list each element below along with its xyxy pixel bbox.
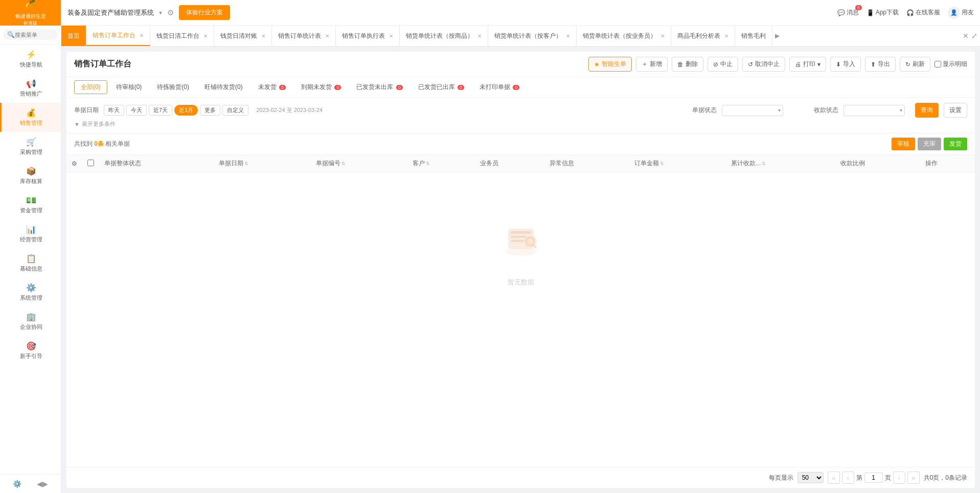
export-button[interactable]: ⬆ 导出 (865, 57, 896, 72)
payment-select[interactable] (844, 105, 905, 116)
purchase-icon: 🛒 (26, 137, 36, 147)
th-exception: 异常信息 (544, 155, 629, 172)
tab-stats-customer[interactable]: 销货单统计表（按客户） ✕ (488, 26, 577, 46)
next-page-btn[interactable]: › (893, 472, 905, 484)
search-inner[interactable]: 🔍 (3, 30, 58, 40)
filter-tab-all[interactable]: 全部(0) (74, 80, 107, 94)
sidebar-item-guide[interactable]: 🎯 新手引导 (0, 336, 61, 365)
tab-cash-daily-close[interactable]: ✕ (203, 33, 208, 39)
date-btn-custom[interactable]: 自定义 (222, 105, 248, 116)
system-title: 装备及固定资产辅助管理系统 (67, 8, 154, 17)
smart-generate-button[interactable]: ★ 智能生单 (588, 57, 632, 72)
print-button[interactable]: 🖨 打印 ▾ (789, 57, 826, 72)
filter-tab-wangpu[interactable]: 旺铺待发货(0) (198, 80, 249, 94)
sidebar-item-base-info[interactable]: 📋 基础信息 (0, 249, 61, 278)
tabs-scroll-right[interactable]: ▶ (772, 32, 782, 39)
first-page-btn[interactable]: « (828, 472, 840, 484)
sidebar-item-sales[interactable]: 💰 销售管理 (0, 103, 61, 132)
sidebar-item-system[interactable]: ⚙️ 系统管理 (0, 278, 61, 307)
page-size-select[interactable]: 50 20 100 (797, 472, 824, 483)
cancel-stop-button[interactable]: ↺ 取消中止 (742, 57, 785, 72)
sort-date[interactable]: 单据日期 ⇅ (219, 159, 248, 168)
query-button[interactable]: 查询 (915, 103, 939, 118)
sidebar-item-inventory[interactable]: 📦 库存核算 (0, 161, 61, 190)
tab-margin-close[interactable]: ✕ (724, 33, 728, 39)
filter-tab-shipped-out[interactable]: 已发货已出库 0 (412, 80, 471, 94)
filter-tab-not-shipped[interactable]: 未发货 0 (252, 80, 292, 94)
cta-button[interactable]: 体验行业方案 (179, 5, 230, 20)
show-detail-checkbox-wrap[interactable]: 显示明细 (935, 60, 967, 69)
expand-conditions-btn[interactable]: ▼ 展开更多条件 (74, 120, 967, 128)
prev-page-btn[interactable]: ‹ (842, 472, 854, 484)
page-input[interactable] (864, 473, 883, 483)
refresh-button[interactable]: ↻ 刷新 (900, 57, 930, 72)
tab-stats-staff-close[interactable]: ✕ (660, 33, 665, 39)
user-menu[interactable]: 👤 用友 (948, 7, 974, 19)
sort-number[interactable]: 单据编号 ⇅ (316, 159, 346, 168)
settings-filter-button[interactable]: 设置 (944, 103, 967, 118)
filter-tab-pending-inspection-label: 待拣验货(0) (157, 83, 189, 91)
settings-bottom-icon[interactable]: ⚙️ (13, 480, 21, 488)
tab-sales-order-workbench-close[interactable]: ✕ (140, 33, 144, 38)
th-exception-label: 异常信息 (550, 160, 574, 167)
column-settings-icon[interactable]: ⚙ (72, 160, 77, 167)
ship-button[interactable]: 发货 (944, 138, 967, 150)
filter-tab-pending-review[interactable]: 待审核(0) (109, 80, 149, 94)
date-btn-7days[interactable]: 近7天 (149, 105, 172, 116)
tab-order-stats[interactable]: 销售订单统计表 ✕ (272, 26, 336, 46)
topbar-settings-icon[interactable]: ⚙ (167, 8, 174, 17)
sidebar-item-quick-nav[interactable]: ⚡ 快捷导航 (0, 44, 61, 74)
tab-reconcile-close[interactable]: ✕ (261, 33, 265, 39)
add-button[interactable]: ＋ 新增 (636, 57, 668, 72)
audit-button[interactable]: 审核 (892, 138, 915, 150)
sidebar-item-marketing[interactable]: 📢 营销推广 (0, 74, 61, 103)
system-dropdown-icon[interactable]: ▾ (159, 9, 162, 16)
search-input[interactable] (15, 32, 54, 38)
date-btn-1month[interactable]: 近1月 (174, 105, 198, 116)
tab-order-stats-close[interactable]: ✕ (325, 33, 329, 39)
filter-tab-not-printed[interactable]: 未打印单据 0 (473, 80, 526, 94)
stop-button[interactable]: ⊘ 中止 (708, 57, 738, 72)
sidebar-item-operations[interactable]: 📊 经营管理 (0, 219, 61, 249)
tab-cash-daily[interactable]: 钱货日清工作台 ✕ (150, 26, 214, 46)
sort-amount[interactable]: 订单金额 ⇅ (634, 159, 664, 168)
import-button[interactable]: ⬇ 导入 (830, 57, 861, 72)
filter-tab-pending-inspection[interactable]: 待拣验货(0) (150, 80, 196, 94)
date-btn-today[interactable]: 今天 (126, 105, 147, 116)
filter-tab-overdue[interactable]: 到期未发货 0 (294, 80, 348, 94)
sidebar-item-purchase[interactable]: 🛒 采购管理 (0, 132, 61, 161)
last-page-btn[interactable]: » (907, 472, 920, 484)
tab-stats-customer-close[interactable]: ✕ (566, 33, 570, 39)
tab-stats-staff[interactable]: 销货单统计表（按业务员） ✕ (577, 26, 671, 46)
sidebar-item-finance[interactable]: 💵 资金管理 (0, 190, 61, 219)
online-service-link[interactable]: 🎧 在线客服 (906, 8, 940, 17)
tab-maximize-icon[interactable]: ⤢ (971, 32, 977, 40)
app-download-link[interactable]: 📱 App下载 (867, 8, 899, 17)
status-select[interactable] (722, 105, 783, 116)
delete-button[interactable]: 🗑 删除 (672, 57, 703, 72)
tab-reconcile[interactable]: 钱货日清对账 ✕ (214, 26, 272, 46)
sort-collected[interactable]: 累计收款... ⇅ (731, 159, 766, 168)
sidebar-item-corp[interactable]: 🏢 企业协同 (0, 307, 61, 336)
tab-sales-order-workbench[interactable]: 销售订单工作台 ✕ (86, 26, 150, 46)
filter-tab-shipped-not-out[interactable]: 已发货未出库 0 (350, 80, 409, 94)
tab-margin[interactable]: 商品毛利分析表 ✕ (671, 26, 735, 46)
tab-sales-more[interactable]: 销售毛利 (735, 26, 772, 46)
tab-order-exec-close[interactable]: ✕ (389, 33, 393, 39)
collapse-icon[interactable]: ◀▶ (37, 480, 48, 488)
tab-home[interactable]: 首页 (61, 26, 86, 46)
tab-order-exec[interactable]: 销售订单执行表 ✕ (336, 26, 400, 46)
page-title: 销售订单工作台 (74, 59, 584, 70)
select-all-checkbox[interactable] (87, 160, 94, 166)
date-btn-more[interactable]: 更多 (200, 105, 220, 116)
tab-stats-product[interactable]: 销货单统计表（按商品） ✕ (400, 26, 488, 46)
sort-status[interactable]: 单据整体状态 (104, 159, 141, 168)
tab-close-all-icon[interactable]: ✕ (963, 32, 969, 40)
cancel-audit-button[interactable]: 充审 (918, 138, 941, 150)
sort-customer[interactable]: 客户 ⇅ (413, 159, 430, 168)
messages-link[interactable]: 💬 6 消息 (837, 8, 859, 17)
tab-stats-product-close[interactable]: ✕ (477, 33, 482, 39)
date-btn-yesterday[interactable]: 昨天 (104, 105, 124, 116)
import-icon: ⬇ (836, 61, 841, 68)
show-detail-checkbox[interactable] (935, 61, 941, 68)
